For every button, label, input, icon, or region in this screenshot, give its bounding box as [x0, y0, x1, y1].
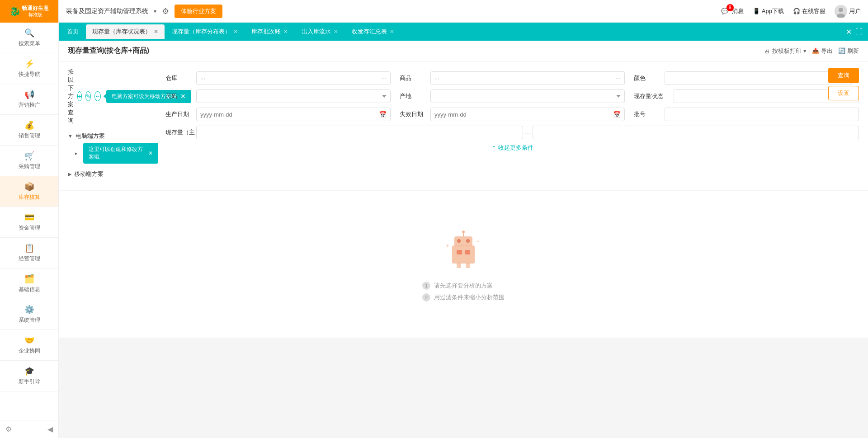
inventory-icon: 📦: [24, 182, 34, 192]
mobile-scheme-section: ▶ 移动端方案: [68, 168, 158, 180]
message-item[interactable]: 💬 9 消息: [721, 7, 744, 15]
sidebar-item-business[interactable]: 📋 经营管理: [0, 238, 58, 268]
tab-home[interactable]: 首页: [61, 24, 85, 39]
stock-qty-max[interactable]: [533, 126, 859, 139]
stock-qty-min[interactable]: [196, 126, 523, 139]
tab-inventory-status[interactable]: 现存量（库存状况表） ✕: [86, 24, 165, 39]
export-label: 导出: [821, 47, 833, 55]
hint-text-1: 请先选择要分析的方案: [434, 282, 493, 290]
product-input-wrap: ···: [430, 71, 625, 85]
tab-inventory-dist[interactable]: 现存量（库存分布表） ✕: [165, 24, 244, 39]
print-button[interactable]: 🖨 按模板打印 ▾: [764, 47, 807, 55]
sidebar-item-base[interactable]: 🗂️ 基础信息: [0, 268, 58, 299]
sidebar-item-search[interactable]: 🔍 搜索菜单: [0, 23, 58, 53]
prod-date-calendar-icon[interactable]: 📅: [379, 111, 387, 118]
topbar: 装备及固定资产辅助管理系统 ▾ ⚙ 体验行业方案 💬 9 消息 📱 App下载 …: [59, 0, 868, 23]
tab-receipt-summary[interactable]: 收发存汇总表 ✕: [345, 24, 401, 39]
sidebar-item-newbie[interactable]: 🎓 新手引导: [0, 361, 58, 391]
svg-rect-5: [465, 250, 470, 254]
size-select[interactable]: [196, 89, 391, 103]
pc-scheme-expand-icon[interactable]: ▼: [68, 133, 73, 139]
sidebar-item-inventory[interactable]: 📦 库存核算: [0, 176, 58, 207]
tab-in-out-flow[interactable]: 出入库流水 ✕: [295, 24, 344, 39]
pc-scheme-label[interactable]: 电脑端方案: [75, 132, 105, 140]
sidebar-item-finance[interactable]: 💳 资金管理: [0, 207, 58, 238]
sidebar-item-quick-nav[interactable]: ⚡ 快捷导航: [0, 53, 58, 84]
mobile-scheme-expand-icon[interactable]: ▶: [68, 171, 71, 177]
app-download-item[interactable]: 📱 App下载: [753, 7, 784, 15]
expire-date-calendar-icon[interactable]: 📅: [613, 111, 621, 118]
filter-grid-row3: 生产日期 📅 失效日期 📅: [165, 108, 859, 121]
query-button[interactable]: 查询: [828, 68, 859, 83]
tab-inventory-dist-close[interactable]: ✕: [233, 28, 238, 35]
mobile-scheme-label[interactable]: 移动端方案: [74, 170, 104, 178]
empty-state: ✦ ✦ 1 请先选择要分析的方案 2 用过滤条件来缩小分析范围: [59, 191, 868, 338]
tab-in-out-flow-close[interactable]: ✕: [334, 28, 338, 35]
prod-date-input[interactable]: [200, 111, 377, 118]
add-scheme-button[interactable]: +: [77, 91, 82, 101]
expire-date-input-wrap: 📅: [430, 108, 625, 121]
edit-scheme-button[interactable]: ✎: [85, 91, 91, 101]
expire-date-input[interactable]: [434, 111, 611, 118]
trial-button[interactable]: 体验行业方案: [175, 5, 222, 18]
filter-size: 尺码: [165, 89, 391, 103]
sales-icon: 💰: [24, 120, 34, 130]
tooltip2-close[interactable]: ✕: [148, 150, 153, 156]
business-icon: 📋: [24, 243, 34, 253]
sidebar-item-enterprise[interactable]: 🤝 企业协同: [0, 330, 58, 361]
tooltip2-text: 这里可以创建和修改方案哦: [89, 146, 145, 161]
tab-inventory-status-label: 现存量（库存状况表）: [92, 28, 151, 36]
online-support-item[interactable]: 🎧 在线客服: [793, 7, 826, 15]
filter-prod-date: 生产日期 📅: [165, 108, 391, 121]
color-select[interactable]: [665, 71, 852, 85]
settings-icon[interactable]: ⚙: [162, 6, 169, 16]
warehouse-dots-icon[interactable]: ···: [381, 75, 387, 82]
product-dots-icon[interactable]: ···: [615, 75, 621, 82]
filter-row-header: 按以下方案查询 + ✎ ← 电脑方案可设为移动方案哦 ✕: [68, 68, 158, 125]
sidebar-item-purchase[interactable]: 🛒 采购管理: [0, 146, 58, 176]
user-item[interactable]: 用户: [835, 5, 861, 18]
empty-hints: 1 请先选择要分析的方案 2 用过滤条件来缩小分析范围: [422, 282, 505, 301]
product-input[interactable]: [434, 75, 613, 82]
pc-scheme-item: ▸ 这里可以创建和修改方案哦 ✕: [68, 142, 158, 165]
tab-batch-account-close[interactable]: ✕: [283, 28, 288, 35]
sidebar-item-marketing[interactable]: 📢 营销推广: [0, 84, 58, 115]
tab-receipt-summary-close[interactable]: ✕: [390, 28, 394, 35]
batch-no-input[interactable]: [665, 108, 859, 121]
filter-fields-area: 仓库 ··· 商品 ···: [165, 68, 859, 154]
filter-area: 按以下方案查询 + ✎ ← 电脑方案可设为移动方案哦 ✕: [59, 61, 868, 190]
more-conditions-label: 收起更多条件: [498, 144, 533, 152]
left-arrow-button[interactable]: ←: [94, 91, 101, 101]
print-chevron-icon: ▾: [803, 47, 807, 54]
stock-qty-range: —: [196, 126, 859, 139]
warehouse-input[interactable]: [200, 75, 379, 82]
more-conditions[interactable]: ⌃ 收起更多条件: [165, 139, 859, 154]
finance-icon: 💳: [24, 212, 34, 222]
expire-date-label: 失效日期: [400, 110, 427, 118]
reset-button[interactable]: 设置: [828, 86, 859, 100]
settings-bottom-icon[interactable]: ⚙: [5, 425, 12, 433]
close-all-tabs-button[interactable]: ✕: [846, 28, 852, 36]
base-icon: 🗂️: [24, 274, 34, 284]
print-icon: 🖨: [764, 47, 770, 54]
system-icon: ⚙️: [24, 305, 34, 315]
tab-inventory-status-close[interactable]: ✕: [154, 28, 158, 35]
fullscreen-button[interactable]: ⛶: [855, 28, 863, 36]
user-label: 用户: [849, 7, 861, 15]
svg-point-10: [462, 231, 465, 233]
origin-label: 产地: [400, 92, 427, 100]
sidebar: 🐉 畅通好生意 标准版 🔍 搜索菜单 ⚡ 快捷导航 📢 营销推广 💰 销售管理 …: [0, 0, 59, 438]
collapse-sidebar-icon[interactable]: ◀: [47, 425, 53, 433]
filter-color: 颜色 ···: [634, 71, 859, 85]
sidebar-item-system[interactable]: ⚙️ 系统管理: [0, 299, 58, 330]
refresh-button[interactable]: 🔄 刷新: [838, 47, 859, 55]
size-label: 尺码: [165, 92, 193, 100]
main-area: 装备及固定资产辅助管理系统 ▾ ⚙ 体验行业方案 💬 9 消息 📱 App下载 …: [59, 0, 868, 438]
system-dropdown[interactable]: ▾: [154, 8, 156, 14]
tab-batch-account[interactable]: 库存批次账 ✕: [245, 24, 294, 39]
filter-warehouse: 仓库 ···: [165, 71, 391, 85]
sidebar-item-sales[interactable]: 💰 销售管理: [0, 115, 58, 146]
empty-hint-1: 1 请先选择要分析的方案: [422, 282, 505, 290]
origin-select[interactable]: [430, 89, 625, 103]
export-button[interactable]: 📤 导出: [812, 47, 833, 55]
